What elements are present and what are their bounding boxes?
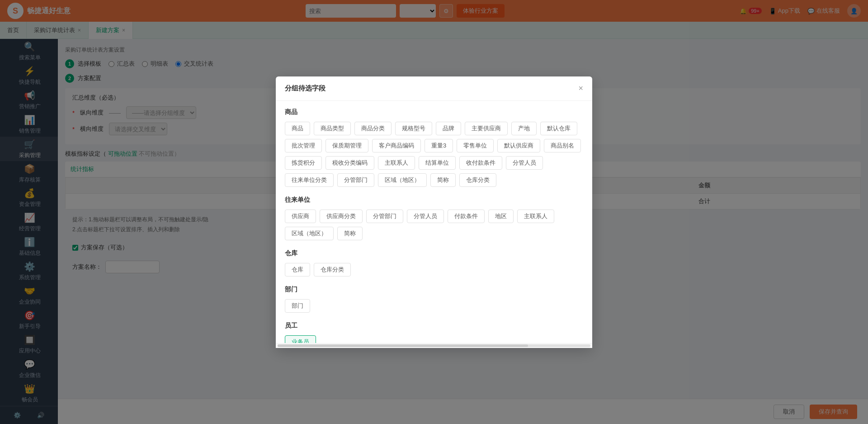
- field-chip-partner-category[interactable]: 往来单位分类: [285, 173, 334, 187]
- field-chip-goods-alias[interactable]: 商品别名: [544, 139, 581, 152]
- field-group-employee: 员工 业务员: [285, 322, 583, 343]
- field-chip-warehouse[interactable]: 仓库: [285, 263, 310, 276]
- field-group-partner-title: 往来单位: [285, 196, 583, 204]
- field-group-department-title: 部门: [285, 286, 583, 294]
- field-chip-default-warehouse[interactable]: 默认仓库: [540, 122, 577, 135]
- field-chips-goods: 商品 商品类型 商品分类 规格型号 品牌 主要供应商 产地 默认仓库 批次管理 …: [285, 122, 583, 187]
- field-chips-warehouse: 仓库 仓库分类: [285, 263, 583, 276]
- field-chip-spec-model[interactable]: 规格型号: [395, 122, 432, 135]
- field-chips-partner: 供应商 供应商分类 分管部门 分管人员 付款条件 地区 主联系人 区域（地区） …: [285, 210, 583, 240]
- field-group-goods: 商品 商品 商品类型 商品分类 规格型号 品牌 主要供应商 产地 默认仓库 批次…: [285, 108, 583, 187]
- modal-title: 分组待选字段: [285, 84, 326, 93]
- field-chip-manage-person[interactable]: 分管人员: [407, 210, 444, 223]
- field-chip-pick-points[interactable]: 拣货积分: [285, 156, 322, 170]
- field-chip-origin[interactable]: 产地: [511, 122, 537, 135]
- field-chip-shelf-life[interactable]: 保质期管理: [326, 139, 368, 152]
- field-chip-dept[interactable]: 分管部门: [337, 173, 374, 187]
- field-chip-area[interactable]: 地区: [488, 210, 514, 223]
- modal-horizontal-scrollbar[interactable]: [276, 343, 592, 348]
- field-chip-goods-type[interactable]: 商品类型: [314, 122, 351, 135]
- field-group-department: 部门 部门: [285, 286, 583, 313]
- field-chip-salesperson[interactable]: 业务员: [285, 335, 316, 343]
- field-chip-main-contact[interactable]: 主联系人: [378, 156, 415, 170]
- field-chip-goods-category[interactable]: 商品分类: [354, 122, 392, 135]
- modal-header: 分组待选字段 ×: [276, 76, 592, 101]
- field-chips-employee: 业务员: [285, 335, 583, 343]
- field-chip-main-supplier[interactable]: 主要供应商: [465, 122, 508, 135]
- field-chip-supplier-category[interactable]: 供应商分类: [320, 210, 363, 223]
- field-chip-department[interactable]: 部门: [285, 299, 310, 313]
- field-group-goods-title: 商品: [285, 108, 583, 116]
- modal: 分组待选字段 × 商品 商品 商品类型 商品分类 规格型号 品牌 主要供应商 产…: [276, 76, 592, 348]
- field-chip-warehouse-cat[interactable]: 仓库分类: [314, 263, 351, 276]
- field-chips-department: 部门: [285, 299, 583, 313]
- field-chip-region[interactable]: 区域（地区）: [378, 173, 427, 187]
- field-chip-supplier[interactable]: 供应商: [285, 210, 316, 223]
- modal-close-button[interactable]: ×: [578, 84, 583, 93]
- field-chip-batch-mgmt[interactable]: 批次管理: [285, 139, 322, 152]
- modal-overlay: 分组待选字段 × 商品 商品 商品类型 商品分类 规格型号 品牌 主要供应商 产…: [0, 0, 868, 424]
- field-chip-settle-unit[interactable]: 结算单位: [419, 156, 456, 170]
- field-chip-tax-code[interactable]: 税收分类编码: [326, 156, 374, 170]
- field-group-employee-title: 员工: [285, 322, 583, 330]
- field-chip-payment-terms[interactable]: 收付款条件: [459, 156, 502, 170]
- field-chip-manage-dept[interactable]: 分管部门: [366, 210, 403, 223]
- field-chip-customer-code[interactable]: 客户商品编码: [372, 139, 421, 152]
- field-chip-weight[interactable]: 重量3: [425, 139, 453, 152]
- field-chip-main-contact-partner[interactable]: 主联系人: [517, 210, 554, 223]
- field-chip-brand[interactable]: 品牌: [436, 122, 461, 135]
- field-group-partner: 往来单位 供应商 供应商分类 分管部门 分管人员 付款条件 地区 主联系人 区域…: [285, 196, 583, 240]
- modal-body[interactable]: 商品 商品 商品类型 商品分类 规格型号 品牌 主要供应商 产地 默认仓库 批次…: [276, 101, 592, 343]
- field-chip-pay-terms[interactable]: 付款条件: [448, 210, 485, 223]
- field-chip-goods[interactable]: 商品: [285, 122, 310, 135]
- field-chip-region-partner[interactable]: 区域（地区）: [285, 227, 334, 240]
- field-chip-retail-unit[interactable]: 零售单位: [457, 139, 494, 152]
- field-group-warehouse: 仓库 仓库 仓库分类: [285, 249, 583, 276]
- field-chip-short-name-partner[interactable]: 简称: [337, 227, 363, 240]
- field-chip-manager[interactable]: 分管人员: [506, 156, 543, 170]
- field-chip-short-name[interactable]: 简称: [430, 173, 456, 187]
- field-chip-warehouse-category[interactable]: 仓库分类: [459, 173, 496, 187]
- field-group-warehouse-title: 仓库: [285, 249, 583, 257]
- field-chip-default-supplier[interactable]: 默认供应商: [497, 139, 540, 152]
